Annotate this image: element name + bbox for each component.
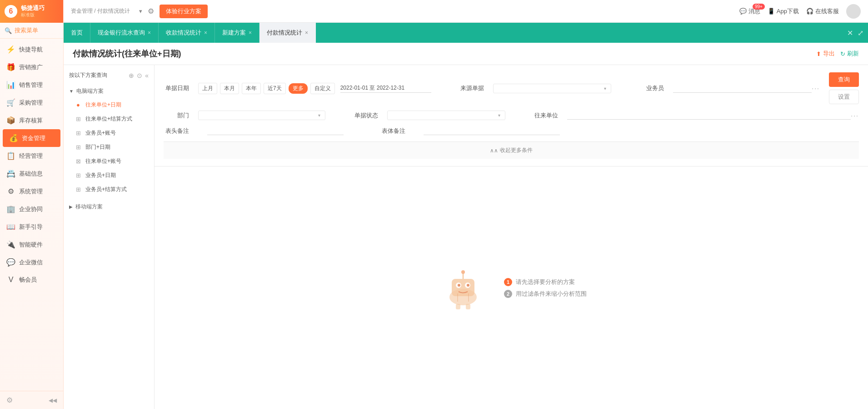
support-label: 在线客服: [815, 7, 839, 15]
tab-payment-close[interactable]: ×: [305, 30, 308, 36]
close-window-icon[interactable]: ✕: [847, 29, 853, 37]
section-arrow: ▼: [69, 89, 74, 94]
user-avatar[interactable]: [846, 4, 861, 19]
scheme-icon: ⊞: [75, 144, 82, 151]
scheme-item-2[interactable]: ⊞ 业务员+账号: [64, 126, 154, 140]
date-more[interactable]: 更多: [289, 83, 308, 94]
tab-bank-flow-close[interactable]: ×: [148, 30, 151, 36]
mobile-label: 移动端方案: [75, 203, 103, 211]
note-body-input[interactable]: [424, 126, 560, 135]
sidebar-item-vip[interactable]: V 畅会员: [0, 271, 63, 288]
scheme-item-5[interactable]: ⊞ 业务员+日期: [64, 168, 154, 182]
note-head-input[interactable]: [207, 126, 344, 135]
settings-gear-icon[interactable]: ⚙: [6, 396, 13, 404]
sidebar-item-enterprise[interactable]: 🏢 企业协同: [0, 200, 63, 218]
dept-select[interactable]: ▾: [198, 111, 325, 120]
scheme-item-1[interactable]: ⊞ 往来单位+结算方式: [64, 112, 154, 126]
quick-nav-icon: ⚡: [6, 45, 15, 54]
source-select[interactable]: ▾: [493, 84, 611, 93]
salesperson-dots[interactable]: ···: [812, 85, 820, 92]
sidebar-item-marketing[interactable]: 🎁 营销推广: [0, 58, 63, 76]
date-custom[interactable]: 自定义: [310, 83, 335, 94]
partner-dots[interactable]: ···: [851, 112, 859, 119]
trial-button[interactable]: 体验行业方案: [160, 5, 208, 18]
scheme-item-0[interactable]: ● 往来单位+日期: [64, 98, 154, 112]
date-range-input[interactable]: [340, 84, 431, 93]
sidebar-item-basic[interactable]: 📇 基础信息: [0, 165, 63, 182]
query-button[interactable]: 查询: [829, 72, 859, 87]
tab-new-scheme[interactable]: 新建方案 ×: [215, 23, 259, 43]
empty-state: 1 请先选择要分析的方案 2 用过滤条件来缩小分析范围: [155, 167, 868, 409]
sidebar-item-sales[interactable]: 📊 销售管理: [0, 76, 63, 94]
desktop-scheme-section: ▼ 电脑端方案 ● 往来单位+日期 ⊞ 往来单位+结算方式 ⊞ 业务员+账号: [64, 83, 154, 198]
tab-home[interactable]: 首页: [64, 23, 90, 43]
scheme-item-label: 业务员+账号: [85, 129, 116, 137]
salesperson-label: 业务员: [639, 84, 664, 92]
online-support-action[interactable]: 🎧 在线客服: [806, 7, 839, 15]
refresh-button[interactable]: ↻ 刷新: [840, 50, 859, 58]
collapse-panel-icon[interactable]: «: [145, 72, 149, 79]
scheme-item-4[interactable]: ⊠ 往来单位+账号: [64, 154, 154, 168]
tab-payment-stats[interactable]: 付款情况统计 ×: [259, 23, 316, 43]
scheme-active-icon: ●: [75, 101, 82, 108]
date-this-month[interactable]: 本月: [220, 83, 239, 94]
scheme-icon: ⊞: [75, 130, 82, 136]
empty-content: 1 请先选择要分析的方案 2 用过滤条件来缩小分析范围: [436, 265, 587, 311]
header-gear-icon[interactable]: ⚙: [148, 7, 154, 15]
mobile-scheme-title[interactable]: ▶ 移动端方案: [64, 200, 154, 213]
sidebar-item-purchase[interactable]: 🛒 采购管理: [0, 94, 63, 111]
filter-row-3: 表头备注 表体备注: [164, 126, 859, 135]
wechat-icon: 💬: [6, 258, 15, 267]
sidebar-bottom: ⚙ ◀◀: [0, 391, 63, 409]
tab-new-close[interactable]: ×: [249, 30, 252, 36]
sidebar-item-inventory[interactable]: 📦 库存核算: [0, 111, 63, 129]
nav-label: 资金管理: [22, 134, 45, 142]
sidebar-item-system[interactable]: ⚙ 系统管理: [0, 182, 63, 200]
maximize-icon[interactable]: ⤢: [858, 29, 863, 37]
bill-status-select[interactable]: ▾: [387, 111, 505, 120]
scheme-settings-icon[interactable]: ⊙: [137, 72, 142, 79]
sidebar-item-finance[interactable]: 💰 资金管理: [3, 129, 60, 147]
filter-row-1: 单据日期 上月 本月 本年 近7天 更多 自定义 来源单据: [164, 72, 859, 104]
sidebar-item-operations[interactable]: 📋 经营管理: [0, 147, 63, 165]
tab-bank-flow-label: 现金银行流水查询: [98, 29, 145, 37]
svg-rect-1: [452, 279, 474, 296]
date-last-month[interactable]: 上月: [198, 83, 217, 94]
partner-container: ···: [567, 111, 859, 120]
scheme-item-6[interactable]: ⊞ 业务员+结算方式: [64, 182, 154, 197]
header-actions: 💬 消息 99+ 📱 App下载 🎧 在线客服: [739, 4, 861, 19]
header-dropdown-icon[interactable]: ▾: [139, 8, 142, 15]
source-dropdown-icon: ▾: [604, 86, 606, 91]
sidebar-item-hardware[interactable]: 🔌 智能硬件: [0, 236, 63, 253]
app-download-action[interactable]: 📱 App下载: [768, 7, 799, 15]
collapse-more-button[interactable]: ∧∧ 收起更多条件: [164, 141, 859, 159]
message-action[interactable]: 💬 消息 99+: [739, 7, 760, 15]
page-header-actions: ⬆ 导出 ↻ 刷新: [816, 50, 859, 58]
svg-rect-9: [466, 304, 470, 309]
tab-bank-flow[interactable]: 现金银行流水查询 ×: [90, 23, 159, 43]
sidebar-item-quick-nav[interactable]: ⚡ 快捷导航: [0, 40, 63, 58]
settings-button[interactable]: 设置: [829, 90, 859, 104]
tab-receipt-label: 收款情况统计: [166, 29, 201, 37]
date-this-year[interactable]: 本年: [242, 83, 261, 94]
svg-point-4: [458, 284, 460, 287]
tab-receipt-close[interactable]: ×: [204, 30, 207, 36]
tip-num-2: 2: [504, 290, 512, 298]
tab-receipt-stats[interactable]: 收款情况统计 ×: [159, 23, 215, 43]
desktop-scheme-title[interactable]: ▼ 电脑端方案: [64, 85, 154, 98]
scheme-item-3[interactable]: ⊞ 部门+日期: [64, 140, 154, 154]
app-icon: 📱: [768, 8, 775, 15]
sidebar-item-guide[interactable]: 📖 新手引导: [0, 218, 63, 236]
nav-label: 采购管理: [19, 99, 43, 107]
scheme-item-label: 部门+日期: [85, 143, 110, 151]
marketing-icon: 🎁: [6, 63, 15, 71]
add-scheme-icon[interactable]: ⊕: [129, 72, 134, 79]
empty-tip-1: 1 请先选择要分析的方案: [504, 278, 587, 286]
sidebar-search[interactable]: 🔍 搜索菜单: [0, 23, 63, 39]
salesperson-input[interactable]: [673, 84, 812, 93]
export-button[interactable]: ⬆ 导出: [816, 50, 835, 58]
partner-input[interactable]: [567, 111, 851, 120]
date-last-7days[interactable]: 近7天: [264, 83, 286, 94]
collapse-sidebar-icon[interactable]: ◀◀: [49, 397, 57, 404]
sidebar-item-wechat[interactable]: 💬 企业微信: [0, 253, 63, 271]
